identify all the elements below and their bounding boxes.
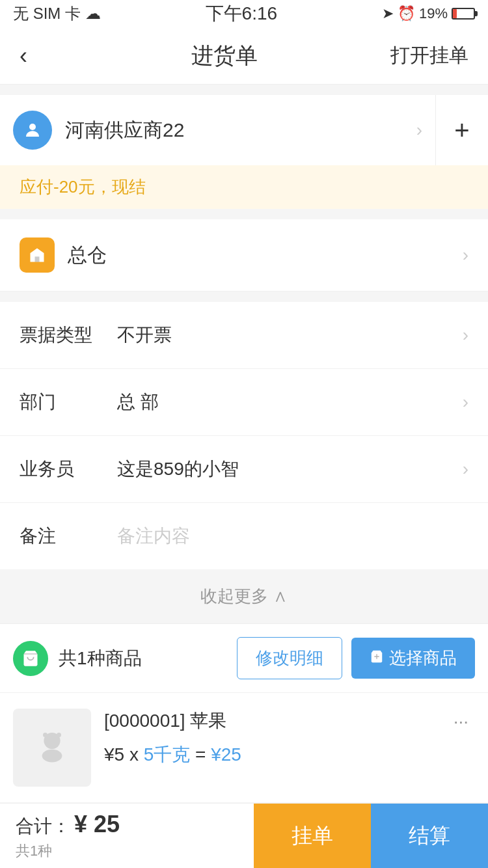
chevron-right-icon: › bbox=[463, 245, 468, 265]
remark-label: 备注 bbox=[20, 524, 111, 549]
department-value: 总 部 bbox=[111, 390, 463, 414]
status-bar: 无 SIM 卡 ☁ 下午6:16 ➤ ⏰ 19% bbox=[0, 0, 488, 27]
total-label: 合计： bbox=[16, 814, 70, 839]
product-info: [0000001] 苹果 ¥5 x 5千克 = ¥25 bbox=[104, 709, 447, 767]
warehouse-row[interactable]: 总仓 › bbox=[0, 219, 488, 292]
invoice-type-row[interactable]: 票据类型 不开票 › bbox=[0, 302, 488, 369]
notice-bar: 应付-20元，现结 bbox=[0, 165, 488, 209]
open-hang-button[interactable]: 打开挂单 bbox=[390, 42, 468, 69]
hang-button[interactable]: 挂单 bbox=[254, 804, 371, 868]
warehouse-name: 总仓 bbox=[68, 242, 463, 269]
select-product-label: 选择商品 bbox=[389, 647, 457, 670]
add-supplier-button[interactable]: + bbox=[436, 95, 488, 165]
nav-bar: ‹ 进货单 打开挂单 bbox=[0, 27, 488, 85]
form-section: 票据类型 不开票 › 部门 总 部 › 业务员 这是859的小智 › 备注 备注… bbox=[0, 302, 488, 569]
multiply-sign: x bbox=[129, 744, 144, 765]
product-item: [0000001] 苹果 ¥5 x 5千克 = ¥25 ··· bbox=[0, 692, 488, 802]
product-price: ¥5 x 5千克 = ¥25 bbox=[104, 742, 447, 767]
edit-detail-button[interactable]: 修改明细 bbox=[237, 637, 342, 679]
products-icon bbox=[13, 641, 48, 676]
checkout-button[interactable]: 结算 bbox=[371, 804, 488, 868]
total-sub: 共1种 bbox=[16, 841, 238, 861]
select-product-button[interactable]: 选择商品 bbox=[351, 638, 475, 679]
remark-input[interactable]: 备注内容 bbox=[111, 524, 468, 549]
salesperson-label: 业务员 bbox=[20, 457, 111, 481]
supplier-name: 河南供应商22 bbox=[65, 117, 416, 144]
remark-row[interactable]: 备注 备注内容 bbox=[0, 503, 488, 569]
product-name: [0000001] 苹果 bbox=[104, 709, 447, 733]
warehouse-icon bbox=[20, 237, 55, 273]
total-value: ¥ 25 bbox=[74, 811, 120, 838]
chevron-right-icon: › bbox=[416, 120, 422, 141]
invoice-type-label: 票据类型 bbox=[20, 323, 111, 347]
equals-sign: = bbox=[195, 744, 211, 765]
collapse-bar[interactable]: 收起更多 ∧ bbox=[0, 569, 488, 623]
supplier-avatar bbox=[13, 111, 52, 150]
chevron-right-icon: › bbox=[463, 392, 468, 413]
products-count: 共1种商品 bbox=[59, 646, 237, 671]
invoice-type-value: 不开票 bbox=[111, 323, 463, 347]
location-icon: ➤ bbox=[382, 5, 394, 22]
chevron-right-icon: › bbox=[463, 325, 468, 346]
department-label: 部门 bbox=[20, 390, 111, 414]
battery-icon bbox=[452, 8, 475, 20]
svg-point-0 bbox=[29, 124, 36, 130]
supplier-section: 河南供应商22 › + bbox=[0, 95, 488, 165]
chevron-right-icon: › bbox=[463, 459, 468, 480]
alarm-icon: ⏰ bbox=[398, 5, 415, 22]
supplier-selector[interactable]: 河南供应商22 › bbox=[0, 95, 436, 165]
bottom-bar: 合计： ¥ 25 共1种 挂单 结算 bbox=[0, 803, 488, 868]
quantity: 5千克 bbox=[144, 744, 191, 765]
page-title: 进货单 bbox=[191, 41, 258, 71]
sim-label: 无 SIM 卡 ☁ bbox=[13, 3, 101, 24]
department-row[interactable]: 部门 总 部 › bbox=[0, 369, 488, 436]
total-amount: 合计： ¥ 25 bbox=[16, 811, 238, 839]
svg-point-4 bbox=[42, 750, 62, 763]
status-left: 无 SIM 卡 ☁ bbox=[13, 3, 101, 24]
svg-point-6 bbox=[57, 733, 61, 737]
cart-icon bbox=[370, 648, 384, 668]
status-right: ➤ ⏰ 19% bbox=[382, 5, 475, 22]
unit-price: ¥5 bbox=[104, 744, 124, 765]
salesperson-row[interactable]: 业务员 这是859的小智 › bbox=[0, 436, 488, 503]
back-button[interactable]: ‹ bbox=[20, 42, 59, 70]
total-price: ¥25 bbox=[211, 744, 241, 765]
svg-rect-1 bbox=[35, 256, 40, 262]
status-time: 下午6:16 bbox=[206, 1, 278, 26]
product-thumbnail bbox=[13, 709, 91, 787]
salesperson-value: 这是859的小智 bbox=[111, 457, 463, 481]
products-header: 共1种商品 修改明细 选择商品 bbox=[0, 623, 488, 692]
total-section: 合计： ¥ 25 共1种 bbox=[0, 804, 254, 868]
svg-point-5 bbox=[43, 733, 47, 737]
battery-label: 19% bbox=[419, 5, 448, 22]
more-button[interactable]: ··· bbox=[447, 709, 475, 735]
